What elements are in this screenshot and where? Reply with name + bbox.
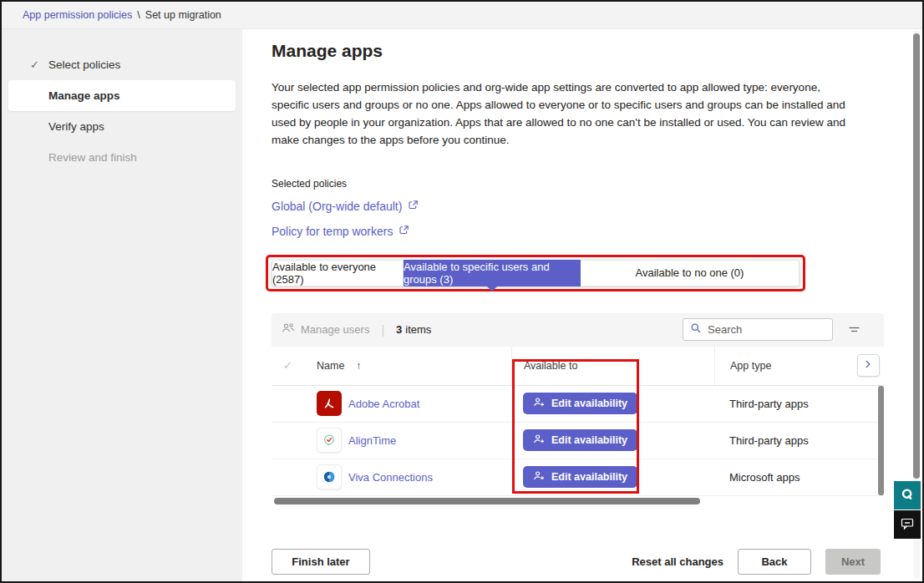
policy-link-label: Policy for temp workers bbox=[272, 225, 393, 238]
person-add-icon bbox=[533, 470, 546, 484]
filter-icon[interactable] bbox=[848, 325, 861, 334]
support-q-icon bbox=[900, 487, 915, 504]
toolbar-divider: | bbox=[381, 323, 384, 337]
external-link-icon bbox=[408, 200, 419, 213]
table-row: Viva Connections Edit availabi bbox=[272, 459, 884, 496]
policy-link-global[interactable]: Global (Org-wide default) bbox=[272, 200, 419, 213]
policy-link-label: Global (Org-wide default) bbox=[272, 200, 402, 213]
availability-tabs: Available to everyone (2587) Available t… bbox=[272, 260, 800, 286]
next-button[interactable]: Next bbox=[825, 549, 881, 575]
sidebar-item-label: Review and finish bbox=[48, 151, 137, 164]
manage-users-label: Manage users bbox=[301, 323, 369, 336]
back-button[interactable]: Back bbox=[738, 549, 811, 575]
comment-icon bbox=[900, 517, 915, 533]
wizard-sidebar: ✓ Select policies Manage apps Verify app… bbox=[2, 29, 242, 583]
sidebar-item-verify-apps[interactable]: Verify apps bbox=[8, 111, 236, 142]
tab-available-to-everyone[interactable]: Available to everyone (2587) bbox=[272, 260, 404, 286]
table-row: AlignTime Edit availability bbox=[272, 423, 884, 459]
page-description: Your selected app permission policies an… bbox=[272, 79, 856, 150]
items-count: 3items bbox=[396, 323, 431, 336]
column-header-app-type[interactable]: App type bbox=[714, 347, 852, 385]
sidebar-item-label: Manage apps bbox=[48, 89, 120, 102]
sidebar-item-label: Verify apps bbox=[48, 120, 104, 133]
page-scrollbar-thumb[interactable] bbox=[913, 33, 920, 479]
sidebar-item-manage-apps[interactable]: Manage apps bbox=[8, 80, 236, 111]
check-icon: ✓ bbox=[30, 58, 48, 71]
search-icon bbox=[690, 322, 702, 337]
apps-table: Manage users | 3items bbox=[272, 313, 884, 507]
reset-all-changes-button[interactable]: Reset all changes bbox=[632, 555, 723, 568]
app-window: App permission policies \ Set up migrati… bbox=[0, 0, 924, 583]
app-type-cell: Third-party apps bbox=[714, 434, 852, 447]
wizard-footer: Finish later Reset all changes Back Next bbox=[272, 549, 922, 575]
sidebar-item-label: Select policies bbox=[48, 58, 120, 71]
viva-connections-icon bbox=[317, 464, 342, 489]
edit-availability-button[interactable]: Edit availability bbox=[523, 393, 637, 414]
tab-available-to-specific-users[interactable]: Available to specific users and groups (… bbox=[404, 260, 581, 286]
search-box bbox=[683, 318, 833, 341]
sidebar-item-review-and-finish: Review and finish bbox=[8, 142, 236, 173]
tab-available-to-no-one[interactable]: Available to no one (0) bbox=[581, 260, 800, 286]
manage-users-button[interactable]: Manage users bbox=[282, 322, 369, 337]
sort-ascending-icon: ↑ bbox=[356, 360, 361, 372]
policy-link-temp-workers[interactable]: Policy for temp workers bbox=[272, 225, 409, 238]
edit-availability-button[interactable]: Edit availability bbox=[523, 466, 637, 488]
table-header-row: ✓ Name ↑ Available to App type bbox=[272, 347, 884, 386]
breadcrumb-link-app-permission-policies[interactable]: App permission policies bbox=[23, 9, 132, 21]
sidebar-item-select-policies[interactable]: ✓ Select policies bbox=[8, 49, 236, 80]
people-icon bbox=[282, 322, 295, 337]
breadcrumb-separator: \ bbox=[137, 9, 140, 21]
app-link-viva-connections[interactable]: Viva Connections bbox=[348, 471, 433, 484]
aligntime-icon bbox=[317, 428, 342, 453]
feedback-widget-button[interactable] bbox=[894, 510, 921, 539]
app-type-cell: Third-party apps bbox=[714, 398, 852, 410]
finish-later-button[interactable]: Finish later bbox=[272, 549, 370, 575]
annotation-box-tabs: Available to everyone (2587) Available t… bbox=[266, 255, 805, 292]
table-vertical-scrollbar-thumb[interactable] bbox=[878, 386, 884, 495]
breadcrumb: App permission policies \ Set up migrati… bbox=[2, 2, 922, 29]
app-link-aligntime[interactable]: AlignTime bbox=[348, 434, 396, 447]
search-input[interactable] bbox=[708, 323, 825, 336]
horizontal-scrollbar bbox=[272, 496, 884, 507]
scroll-columns-right-button[interactable] bbox=[857, 354, 880, 377]
select-all-checkbox[interactable]: ✓ bbox=[272, 359, 305, 372]
app-link-adobe-acrobat[interactable]: Adobe Acrobat bbox=[348, 398, 419, 410]
app-type-cell: Microsoft apps bbox=[714, 471, 852, 484]
edit-availability-button[interactable]: Edit availability bbox=[523, 429, 637, 451]
breadcrumb-current: Set up migration bbox=[145, 9, 221, 21]
table-toolbar: Manage users | 3items bbox=[272, 313, 884, 347]
column-header-available-to[interactable]: Available to bbox=[511, 347, 714, 385]
external-link-icon bbox=[399, 225, 409, 238]
column-header-name[interactable]: Name ↑ bbox=[305, 360, 511, 372]
horizontal-scrollbar-thumb[interactable] bbox=[274, 498, 700, 504]
person-add-icon bbox=[533, 397, 546, 410]
person-add-icon bbox=[533, 433, 546, 447]
support-widget-button[interactable] bbox=[894, 481, 921, 509]
table-row: Adobe Acrobat Edit availabilit bbox=[272, 386, 884, 423]
main-content: Manage apps Your selected app permission… bbox=[242, 29, 922, 583]
chevron-right-icon bbox=[863, 359, 873, 372]
check-icon: ✓ bbox=[283, 359, 292, 372]
adobe-acrobat-icon bbox=[317, 391, 342, 416]
page-title: Manage apps bbox=[272, 41, 922, 61]
selected-policies-label: Selected policies bbox=[272, 178, 922, 190]
